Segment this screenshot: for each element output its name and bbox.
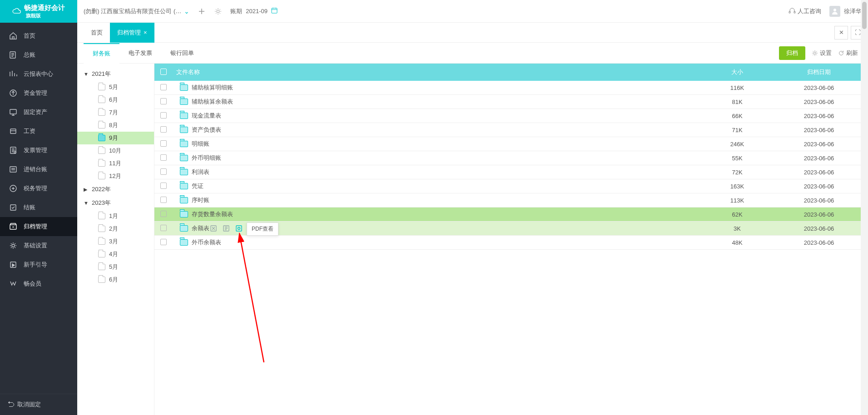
table-row[interactable]: 外币明细账55K2023-06-06 <box>154 151 864 165</box>
subtab-电子发票[interactable]: 电子发票 <box>119 43 161 64</box>
scrollbar-track[interactable] <box>861 0 868 415</box>
pdf-download-icon[interactable] <box>222 224 230 232</box>
sidebar-item-guide[interactable]: 新手引导 <box>0 255 77 274</box>
select-all-checkbox[interactable] <box>160 69 167 75</box>
row-checkbox[interactable] <box>160 168 167 175</box>
row-checkbox[interactable] <box>160 197 167 203</box>
row-checkbox[interactable] <box>160 211 167 217</box>
sidebar-item-report[interactable]: 云报表中心 <box>0 64 77 84</box>
user-menu[interactable]: 徐泽华 <box>829 6 862 17</box>
excel-download-icon[interactable] <box>209 224 218 232</box>
row-checkbox[interactable] <box>160 225 167 231</box>
table-row[interactable]: 序时账113K2023-06-06 <box>154 193 864 208</box>
tree-month[interactable]: 3月 <box>77 235 154 248</box>
tree-month-label: 11月 <box>109 159 121 168</box>
folder-icon <box>180 225 188 232</box>
table-row[interactable]: 资产负债表71K2023-06-06 <box>154 123 864 137</box>
row-checkbox[interactable] <box>160 126 167 133</box>
file-date: 2023-06-06 <box>774 208 864 222</box>
sidebar-item-archive[interactable]: 归档管理 <box>0 217 77 236</box>
tree-year[interactable]: ▼2023年 <box>77 196 154 210</box>
folder-icon <box>180 113 188 119</box>
unpin-button[interactable]: ⮌ 取消固定 <box>0 394 77 415</box>
row-checkbox[interactable] <box>160 98 167 104</box>
close-tab-button[interactable]: ✕ <box>834 26 848 40</box>
calendar-icon[interactable] <box>271 7 278 15</box>
folder-icon <box>180 141 188 147</box>
tree-month[interactable]: 2月 <box>77 222 154 235</box>
sidebar-item-setting[interactable]: 基础设置 <box>0 236 77 255</box>
col-filename: 文件名称 <box>173 64 701 81</box>
sidebar-item-sale[interactable]: 进销台账 <box>0 160 77 179</box>
tree-month[interactable]: 6月 <box>77 94 154 106</box>
row-checkbox[interactable] <box>160 140 167 147</box>
sidebar-item-invoice[interactable]: 发票管理 <box>0 141 77 160</box>
table-row[interactable]: 外币余额表48K2023-06-06 <box>154 236 864 250</box>
table-row[interactable]: 辅助核算明细账116K2023-06-06 <box>154 81 864 95</box>
tree-month[interactable]: 7月 <box>77 106 154 119</box>
table-row[interactable]: 辅助核算余额表81K2023-06-06 <box>154 95 864 109</box>
folder-icon <box>98 173 105 179</box>
company-settings-button[interactable] <box>214 7 222 15</box>
row-checkbox[interactable] <box>160 183 167 189</box>
tree-month-label: 3月 <box>109 237 118 246</box>
tree-month[interactable]: 10月 <box>77 144 154 157</box>
table-row[interactable]: 现金流量表66K2023-06-06 <box>154 109 864 123</box>
sidebar-item-label: 新手引导 <box>24 261 47 269</box>
add-company-button[interactable] <box>198 7 206 15</box>
tree-month[interactable]: 1月 <box>77 210 154 222</box>
svg-rect-6 <box>10 167 16 172</box>
refresh-button[interactable]: 刷新 <box>838 49 858 57</box>
svg-rect-13 <box>272 8 277 13</box>
file-name: 辅助核算余额表 <box>192 98 233 106</box>
tree-year[interactable]: ▶2022年 <box>77 183 154 196</box>
subtab-财务账[interactable]: 财务账 <box>84 43 119 64</box>
tree-month[interactable]: 11月 <box>77 157 154 170</box>
subtab-银行回单[interactable]: 银行回单 <box>161 43 203 64</box>
tree-month[interactable]: 6月 <box>77 273 154 286</box>
sidebar-item-asset[interactable]: 固定资产 <box>0 103 77 122</box>
tree-month[interactable]: 5月 <box>77 261 154 273</box>
sidebar-item-label: 进销台账 <box>24 165 47 173</box>
folder-icon <box>98 238 105 245</box>
tree-month[interactable]: 5月 <box>77 81 154 94</box>
sidebar-item-salary[interactable]: 工资 <box>0 122 77 141</box>
sidebar-item-label: 首页 <box>24 32 35 40</box>
table-row[interactable]: 存货数量余额表62K2023-06-06 <box>154 208 864 222</box>
row-checkbox[interactable] <box>160 239 167 245</box>
settings-button[interactable]: 设置 <box>812 49 832 57</box>
folder-icon <box>180 127 188 133</box>
archive-button[interactable]: 归档 <box>779 46 805 60</box>
close-icon[interactable]: × <box>144 29 147 36</box>
sidebar-item-ledger[interactable]: 总账 <box>0 45 77 64</box>
tab-归档管理[interactable]: 归档管理× <box>110 23 154 43</box>
file-date: 2023-06-06 <box>774 236 864 250</box>
row-checkbox[interactable] <box>160 112 167 119</box>
salary-icon <box>9 127 17 135</box>
svg-point-17 <box>813 52 816 54</box>
sidebar-item-fund[interactable]: 资金管理 <box>0 84 77 103</box>
pdf-view-icon[interactable] <box>235 224 243 232</box>
tree-month[interactable]: 4月 <box>77 248 154 261</box>
row-checkbox[interactable] <box>160 84 167 90</box>
tree-month[interactable]: 8月 <box>77 119 154 132</box>
ai-consult-button[interactable]: 人工咨询 <box>789 7 821 15</box>
tree-month[interactable]: 9月 <box>77 132 154 144</box>
folder-icon <box>180 84 188 91</box>
sidebar-item-home[interactable]: 首页 <box>0 26 77 45</box>
folder-icon <box>180 155 188 161</box>
row-checkbox[interactable] <box>160 154 167 161</box>
tree-year[interactable]: ▼2021年 <box>77 67 154 81</box>
table-row[interactable]: 利润表72K2023-06-06 <box>154 165 864 179</box>
sidebar-item-tax[interactable]: 税务管理 <box>0 179 77 198</box>
sidebar-item-member[interactable]: 畅会员 <box>0 274 77 293</box>
company-selector[interactable]: (勿删) 江西服宝精品有限责任公司 (… ⌄ <box>84 7 189 15</box>
sidebar-item-close[interactable]: 结账 <box>0 198 77 217</box>
tree-month[interactable]: 12月 <box>77 170 154 183</box>
tab-首页[interactable]: 首页 <box>84 23 110 43</box>
scrollbar-thumb[interactable] <box>862 2 867 29</box>
folder-icon <box>180 239 188 246</box>
table-row[interactable]: 凭证163K2023-06-06 <box>154 179 864 193</box>
folder-icon <box>98 251 105 257</box>
table-row[interactable]: 明细账246K2023-06-06 <box>154 137 864 151</box>
